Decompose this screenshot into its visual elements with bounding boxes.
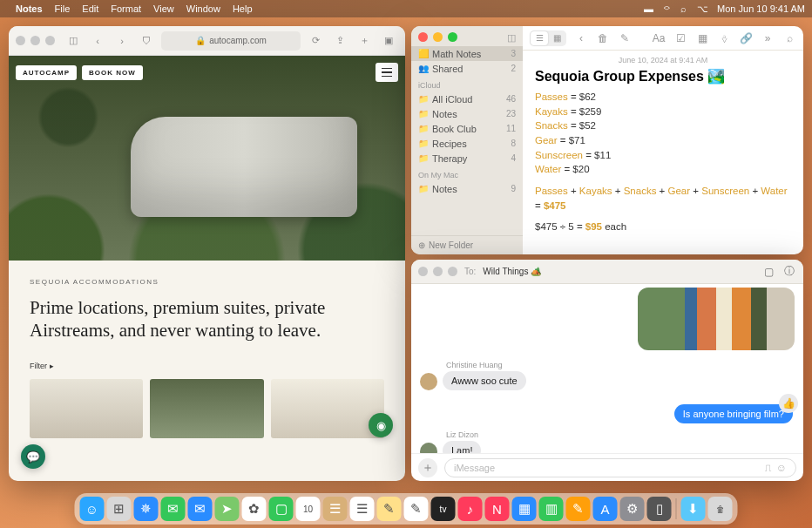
book-now-button[interactable]: BOOK NOW: [82, 65, 143, 80]
dock-app-downloads[interactable]: ⬇: [681, 497, 706, 521]
hamburger-menu[interactable]: [376, 63, 398, 82]
chat-fab[interactable]: 💬: [21, 444, 45, 469]
incoming-message[interactable]: I am!: [443, 441, 481, 453]
dock-app-keynote[interactable]: ▦: [512, 497, 537, 521]
dock-app-pages[interactable]: ✎: [566, 497, 591, 521]
dock-app-contacts[interactable]: ☰: [323, 497, 348, 521]
more-button[interactable]: »: [761, 32, 775, 44]
menu-view[interactable]: View: [153, 3, 174, 14]
dock-app-numbers[interactable]: ▥: [539, 497, 564, 521]
sidebar-item-all-icloud[interactable]: 📁 All iCloud 46: [411, 91, 523, 106]
control-center-icon[interactable]: ⌥: [697, 3, 708, 15]
accessibility-fab[interactable]: ◉: [369, 413, 393, 437]
incoming-message[interactable]: Awww soo cute: [443, 371, 526, 390]
menu-file[interactable]: File: [55, 3, 71, 14]
close-button[interactable]: [418, 32, 428, 42]
zoom-button[interactable]: [448, 32, 457, 42]
avatar[interactable]: [420, 373, 437, 390]
app-menu[interactable]: Notes: [16, 3, 43, 14]
dock-app-maps[interactable]: ➤: [215, 497, 240, 521]
back-button[interactable]: ‹: [574, 32, 588, 44]
image-attachment[interactable]: [638, 288, 795, 350]
menu-edit[interactable]: Edit: [82, 3, 98, 14]
zoom-button[interactable]: [45, 36, 55, 45]
menu-window[interactable]: Window: [186, 3, 220, 14]
outgoing-message[interactable]: Is anyone bringing film?: [674, 404, 793, 423]
delete-button[interactable]: 🗑: [596, 32, 610, 44]
sidebar-item-notes[interactable]: 📁 Notes 23: [411, 106, 523, 121]
sidebar-item-local-notes[interactable]: 📁 Notes 9: [411, 181, 523, 196]
dock-app-photos[interactable]: ✿: [242, 497, 267, 521]
menu-help[interactable]: Help: [233, 3, 253, 14]
note-editor[interactable]: June 10, 2024 at 9:41 AM Sequoia Group E…: [523, 51, 803, 254]
accommodation-thumb[interactable]: [30, 379, 143, 438]
view-segmented-control[interactable]: ☰ ▦: [530, 30, 566, 46]
site-logo[interactable]: AUTOCAMP: [16, 65, 77, 80]
close-button[interactable]: [418, 267, 428, 276]
sidebar-item-recipes[interactable]: 📁 Recipes 8: [411, 136, 523, 151]
emoji-icon[interactable]: ☺: [776, 462, 787, 474]
dock-app-launchpad[interactable]: ⊞: [107, 497, 132, 521]
dock-app-trash[interactable]: 🗑: [708, 497, 733, 521]
minimize-button[interactable]: [30, 36, 40, 45]
conversation-name[interactable]: Wild Things 🏕️: [483, 267, 541, 276]
apps-button[interactable]: ＋: [418, 458, 437, 477]
format-button[interactable]: Aa: [652, 32, 666, 44]
dock-app-freeform[interactable]: ✎: [404, 497, 429, 521]
dock-app-safari[interactable]: ✵: [134, 497, 159, 521]
link-button[interactable]: 🔗: [739, 32, 753, 44]
dock-app-reminders[interactable]: ☰: [350, 497, 375, 521]
dock-app-messages[interactable]: ✉: [161, 497, 186, 521]
dock-app-settings[interactable]: ⚙: [620, 497, 645, 521]
forward-button[interactable]: ›: [112, 32, 132, 50]
compose-button[interactable]: ✎: [618, 32, 632, 44]
filter-control[interactable]: Filter ▸: [30, 362, 384, 370]
new-folder-button[interactable]: ⊕ New Folder: [411, 235, 523, 254]
close-button[interactable]: [16, 36, 25, 45]
zoom-button[interactable]: [448, 267, 457, 276]
sidebar-toggle-icon[interactable]: ◫: [507, 32, 516, 44]
dock-app-finder[interactable]: ☺: [80, 497, 105, 521]
menubar-clock[interactable]: Mon Jun 10 9:41 AM: [717, 3, 805, 14]
sidebar-item-math-notes[interactable]: 🟨 Math Notes 3: [411, 46, 523, 61]
wifi-icon[interactable]: ⌔: [664, 3, 670, 14]
sidebar-item-book-club[interactable]: 📁 Book Club 11: [411, 121, 523, 136]
message-input[interactable]: iMessage ⎍ ☺: [444, 458, 796, 477]
dock-app-calendar[interactable]: 10: [296, 497, 321, 521]
tapback-thumbs-up[interactable]: 👍: [779, 394, 798, 413]
facetime-video-icon[interactable]: ▢: [761, 266, 775, 278]
new-tab-button[interactable]: ＋: [355, 32, 374, 50]
checklist-button[interactable]: ☑: [673, 32, 687, 44]
privacy-shield-icon[interactable]: ⛉: [137, 32, 156, 50]
avatar[interactable]: [420, 443, 437, 453]
dock-app-tv[interactable]: tv: [431, 497, 456, 521]
list-view-icon[interactable]: ☰: [531, 31, 548, 45]
sidebar-item-shared[interactable]: 👥 Shared 2: [411, 61, 523, 76]
reload-button[interactable]: ⟳: [306, 32, 325, 50]
menu-format[interactable]: Format: [111, 3, 141, 14]
table-button[interactable]: ▦: [695, 32, 709, 44]
sidebar-toggle-icon[interactable]: ◫: [64, 32, 83, 50]
audio-icon[interactable]: ⎍: [765, 462, 771, 474]
spotlight-icon[interactable]: ⌕: [680, 3, 687, 14]
sidebar-item-therapy[interactable]: 📁 Therapy 4: [411, 151, 523, 166]
share-button[interactable]: ⇪: [330, 32, 349, 50]
minimize-button[interactable]: [433, 267, 443, 276]
dock-app-appstore[interactable]: A: [593, 497, 618, 521]
dock-app-news[interactable]: N: [485, 497, 510, 521]
dock-app-notes[interactable]: ✎: [377, 497, 402, 521]
dock-app-facetime[interactable]: ▢: [269, 497, 294, 521]
messages-transcript[interactable]: Christine Huang Awww soo cute 👍 Is anyon…: [411, 284, 803, 453]
dock-app-iphone-mirroring[interactable]: ▯: [647, 497, 672, 521]
tabs-button[interactable]: ▣: [379, 32, 398, 50]
accommodation-thumb[interactable]: [150, 379, 263, 438]
minimize-button[interactable]: [433, 32, 443, 42]
info-icon[interactable]: ⓘ: [782, 264, 796, 279]
grid-view-icon[interactable]: ▦: [548, 31, 565, 45]
back-button[interactable]: ‹: [88, 32, 107, 50]
media-button[interactable]: ⎀: [717, 32, 731, 44]
dock-app-mail[interactable]: ✉: [188, 497, 213, 521]
battery-icon[interactable]: ▬: [644, 3, 653, 14]
address-bar[interactable]: 🔒 autocamp.com: [161, 31, 301, 51]
dock-app-music[interactable]: ♪: [458, 497, 483, 521]
